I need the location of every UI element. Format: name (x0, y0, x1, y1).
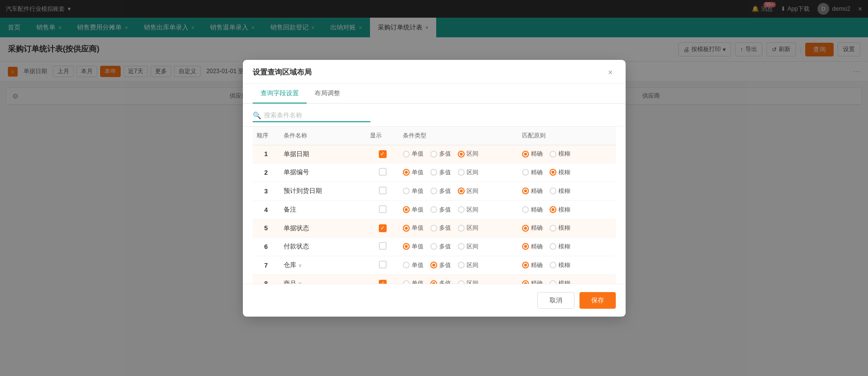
table-row: 3 预计到货日期 单值 (253, 182, 616, 200)
row-name: 单据状态 (280, 219, 367, 237)
match-exact-radio[interactable]: 精确 (522, 261, 543, 269)
col-header-order: 顺序 (253, 127, 280, 145)
display-checkbox[interactable] (379, 242, 387, 250)
type-single-radio[interactable]: 单值 (403, 242, 423, 251)
display-checkbox[interactable] (379, 150, 387, 158)
type-range-radio[interactable]: 区间 (458, 224, 478, 232)
type-multi-radio[interactable]: 多值 (430, 224, 451, 232)
type-range-radio[interactable]: 区间 (458, 279, 478, 284)
type-radio-group: 单值 多值 区间 (403, 279, 514, 284)
display-checkbox[interactable] (379, 205, 387, 213)
type-multi-radio[interactable]: 多值 (430, 261, 451, 269)
type-multi-dot (430, 169, 437, 176)
row-type: 单值 多值 区间 (399, 182, 518, 200)
match-exact-radio[interactable]: 精确 (522, 168, 543, 177)
row-display[interactable] (366, 256, 398, 274)
type-multi-dot (430, 262, 437, 269)
dialog-close-button[interactable]: × (605, 68, 615, 78)
type-single-dot (403, 169, 410, 176)
type-single-radio[interactable]: 单值 (403, 168, 423, 177)
type-radio-group: 单值 多值 区间 (403, 168, 514, 177)
type-multi-radio[interactable]: 多值 (430, 187, 451, 195)
table-row: 4 备注 单值 多值 (253, 200, 616, 219)
display-checkbox[interactable] (379, 280, 387, 284)
type-range-radio[interactable]: 区间 (458, 187, 478, 195)
match-exact-radio[interactable]: 精确 (522, 150, 543, 158)
expand-arrow-icon[interactable]: ∨ (298, 263, 302, 268)
row-display[interactable] (366, 163, 398, 182)
dialog-tab-layout[interactable]: 布局调整 (307, 84, 348, 104)
type-multi-radio[interactable]: 多值 (430, 150, 451, 158)
col-header-name: 条件名称 (280, 127, 367, 145)
match-radio-group: 精确 模糊 (522, 224, 612, 232)
match-exact-radio[interactable]: 精确 (522, 242, 543, 251)
match-exact-dot (522, 225, 529, 232)
name-with-arrow: 仓库 ∨ (284, 261, 363, 269)
row-display[interactable] (366, 182, 398, 200)
type-single-radio[interactable]: 单值 (403, 150, 423, 158)
row-order: 8 (253, 274, 280, 284)
search-conditions-input[interactable] (264, 111, 362, 119)
match-exact-dot (522, 280, 529, 284)
table-row: 2 单据编号 单值 (253, 163, 616, 182)
type-single-radio[interactable]: 单值 (403, 261, 423, 269)
row-display[interactable] (366, 237, 398, 256)
match-exact-radio[interactable]: 精确 (522, 279, 543, 284)
type-multi-radio[interactable]: 多值 (430, 279, 451, 284)
type-range-dot (458, 169, 465, 176)
type-multi-radio[interactable]: 多值 (430, 168, 451, 177)
display-checkbox[interactable] (379, 187, 387, 194)
match-exact-radio[interactable]: 精确 (522, 224, 543, 232)
type-range-radio[interactable]: 区间 (458, 261, 478, 269)
type-single-dot (403, 206, 410, 213)
dialog-tab-layout-label: 布局调整 (315, 89, 340, 97)
search-box: 🔍 (243, 104, 626, 127)
type-single-radio[interactable]: 单值 (403, 279, 423, 284)
row-display[interactable] (366, 274, 398, 284)
type-range-radio[interactable]: 区间 (458, 150, 478, 158)
type-multi-radio[interactable]: 多值 (430, 206, 451, 214)
type-single-radio[interactable]: 单值 (403, 224, 423, 232)
col-header-display: 显示 (366, 127, 398, 145)
row-type: 单值 多值 区间 (399, 200, 518, 219)
row-match: 精确 模糊 (518, 200, 616, 219)
match-fuzzy-radio[interactable]: 模糊 (550, 224, 570, 232)
match-fuzzy-radio[interactable]: 模糊 (550, 242, 570, 251)
save-button[interactable]: 保存 (579, 292, 616, 309)
dialog-tab-query-fields[interactable]: 查询字段设置 (253, 84, 307, 104)
type-multi-radio[interactable]: 多值 (430, 242, 451, 251)
row-order: 3 (253, 182, 280, 200)
type-single-radio[interactable]: 单值 (403, 206, 423, 214)
row-type: 单值 多值 区间 (399, 145, 518, 163)
type-single-dot (403, 262, 410, 269)
type-single-dot (403, 151, 410, 158)
match-fuzzy-radio[interactable]: 模糊 (550, 168, 570, 177)
table-header-row: 顺序 条件名称 显示 条件类型 匹配原则 (253, 127, 616, 145)
match-fuzzy-radio[interactable]: 模糊 (550, 206, 570, 214)
cancel-button[interactable]: 取消 (537, 292, 575, 309)
display-checkbox[interactable] (379, 224, 387, 232)
match-fuzzy-radio[interactable]: 模糊 (550, 261, 570, 269)
row-match: 精确 模糊 (518, 145, 616, 163)
match-radio-group: 精确 模糊 (522, 168, 612, 177)
match-fuzzy-radio[interactable]: 模糊 (550, 279, 570, 284)
display-checkbox[interactable] (379, 261, 387, 269)
row-name: 单据编号 (280, 163, 367, 182)
match-fuzzy-radio[interactable]: 模糊 (550, 187, 570, 195)
match-exact-radio[interactable]: 精确 (522, 206, 543, 214)
table-row: 6 付款状态 单值 (253, 237, 616, 256)
type-range-radio[interactable]: 区间 (458, 206, 478, 214)
row-display[interactable] (366, 219, 398, 237)
type-single-dot (403, 243, 410, 250)
table-row: 1 单据日期 单值 (253, 145, 616, 163)
match-exact-radio[interactable]: 精确 (522, 187, 543, 195)
type-range-radio[interactable]: 区间 (458, 168, 478, 177)
row-match: 精确 模糊 (518, 237, 616, 256)
type-single-radio[interactable]: 单值 (403, 187, 423, 195)
match-fuzzy-radio[interactable]: 模糊 (550, 150, 570, 158)
display-checkbox[interactable] (379, 168, 387, 176)
row-display[interactable] (366, 145, 398, 163)
condition-table-scroll[interactable]: 顺序 条件名称 显示 条件类型 匹配原则 1 单据日期 (253, 127, 616, 284)
row-display[interactable] (366, 200, 398, 219)
type-range-radio[interactable]: 区间 (458, 242, 478, 251)
